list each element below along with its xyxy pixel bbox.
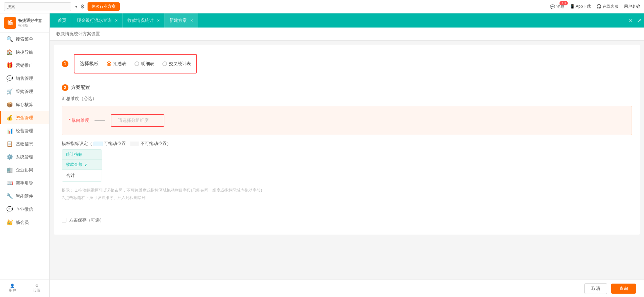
sidebar-bottom: 👤用户 ⚙设置 — [0, 279, 49, 297]
settings-icon: ⚙️ — [6, 154, 13, 160]
sidebar-item-label: 基础信息 — [16, 141, 33, 147]
service-btn[interactable]: 🎧 在线客服 — [596, 4, 619, 9]
search-icon: 🔍 — [6, 36, 13, 42]
section1-number: 1 — [62, 60, 68, 67]
crown-icon: 👑 — [6, 219, 13, 226]
sidebar-item-label: 库存核算 — [16, 102, 33, 108]
sidebar-item-label: 采购管理 — [16, 89, 33, 95]
stats-table: 统计指标 收款金额 ∨ 合计 — [62, 149, 102, 182]
sidebar-item-member[interactable]: 👑 畅会员 — [0, 216, 49, 229]
non-draggable-toggle — [130, 142, 139, 146]
tab-cashbank[interactable]: 现金银行流水查询 × — [72, 13, 123, 28]
top-bar: ▾ ⚙ 体验行业方案 💬 消息 99+ 📱 App下载 🎧 在线客服 用户名称 — [0, 0, 644, 13]
save-label: 方案保存（可选） — [69, 217, 104, 223]
chart-icon: 📊 — [6, 128, 13, 134]
content-area: 首页 现金银行流水查询 × 收款情况统计 × 新建方案 × ✕ ⤢ 收款情况统计… — [50, 13, 644, 297]
sidebar-item-label: 企业协同 — [16, 167, 33, 173]
save-checkbox[interactable] — [62, 218, 66, 222]
radio-detail[interactable]: 明细表 — [135, 61, 154, 67]
sidebar-item-label: 新手引导 — [16, 180, 33, 186]
section1-title: 选择模板 — [80, 61, 99, 67]
tab-new-plan[interactable]: 新建方案 × — [165, 13, 198, 28]
stats-header: 统计指标 — [62, 150, 102, 160]
tabs-bar: 首页 现金银行流水查询 × 收款情况统计 × 新建方案 × ✕ ⤢ — [50, 13, 644, 28]
summary-label: 汇总维度（必选） — [62, 96, 632, 102]
arrow: —— — [95, 117, 105, 123]
query-button[interactable]: 查询 — [611, 284, 636, 294]
sidebar-item-company[interactable]: 🏢 企业协同 — [0, 163, 49, 177]
sidebar-item-label: 营销推广 — [16, 62, 33, 68]
section1: 1 选择模板 汇总表 明细表 — [62, 51, 632, 76]
list-icon: 📋 — [6, 141, 13, 147]
logo-text: 畅捷通好生意 — [18, 18, 42, 23]
stats-sum-cell: 合计 — [62, 170, 102, 181]
user-btn[interactable]: 👤用户 — [7, 282, 17, 294]
logo-version: 标准版 — [18, 23, 42, 28]
page-content: 收款情况统计方案设置 1 选择模板 — [50, 28, 644, 297]
sidebar-item-quick-nav[interactable]: 🏠 快捷导航 — [0, 46, 49, 59]
sidebar-item-marketing[interactable]: 🎁 营销推广 — [0, 59, 49, 72]
dim-select[interactable]: 请选择分组维度 — [111, 114, 164, 127]
tips: 提示： 1.拖动标题栏可以调整布局，不可跨维度或指标区域拖动栏目字段(只能在同一… — [62, 187, 632, 201]
settings-btn[interactable]: ⚙设置 — [32, 282, 42, 294]
sidebar-item-wechat[interactable]: 💬 企业微信 — [0, 203, 49, 216]
sidebar-item-search[interactable]: 🔍 搜索菜单 — [0, 33, 49, 46]
tab-close-new-plan[interactable]: × — [190, 18, 193, 23]
trial-button[interactable]: 体验行业方案 — [88, 2, 120, 11]
money-icon: 💰 — [6, 114, 13, 121]
sidebar-logo: 畅 畅捷通好生意 标准版 — [0, 13, 49, 33]
close-window-icon[interactable]: ✕ — [629, 17, 633, 24]
username-label: 用户名称 — [624, 4, 640, 9]
radio-cross[interactable]: 交叉统计表 — [162, 61, 191, 67]
template-section: 选择模板 汇总表 明细表 — [74, 54, 197, 73]
section2: 2 方案配置 汇总维度（必选） * 纵向维度 —— 请选择分组维度 — [62, 84, 632, 201]
sidebar-item-label: 销售管理 — [16, 76, 33, 82]
divider — [62, 207, 632, 207]
tab-collection[interactable]: 收款情况统计 × — [123, 13, 165, 28]
sidebar-item-hardware[interactable]: 🔧 智能硬件 — [0, 190, 49, 203]
sidebar-item-inventory[interactable]: 📦 库存核算 — [0, 98, 49, 111]
stats-item-header[interactable]: 收款金额 ∨ — [62, 160, 102, 170]
tab-close-collection[interactable]: × — [157, 18, 160, 23]
sidebar-item-basic[interactable]: 📋 基础信息 — [0, 137, 49, 150]
sidebar-item-label: 智能硬件 — [16, 193, 33, 199]
sidebar-item-label: 资金管理 — [16, 115, 33, 121]
maximize-icon[interactable]: ⤢ — [637, 17, 641, 24]
tip-1: 提示： 1.拖动标题栏可以调整布局，不可跨维度或指标区域拖动栏目字段(只能在同一… — [62, 187, 632, 194]
sidebar-item-guide[interactable]: 📖 新手引导 — [0, 177, 49, 190]
tip-2: 2.点击标题栏下拉可设置排序、插入列和删除列 — [62, 194, 632, 202]
download-btn[interactable]: 📱 App下载 — [570, 4, 591, 9]
footer: 取消 查询 — [50, 280, 644, 297]
dropdown-icon[interactable]: ▾ — [75, 4, 77, 9]
tab-home[interactable]: 首页 — [52, 13, 72, 28]
radio-group-template: 汇总表 明细表 交叉统计表 — [107, 58, 191, 69]
sidebar-item-label: 畅会员 — [16, 219, 29, 226]
message-btn[interactable]: 💬 消息 99+ — [550, 4, 565, 9]
wechat-icon: 💬 — [6, 206, 13, 212]
breadcrumb: 收款情况统计方案设置 — [50, 28, 644, 41]
gift-icon: 🎁 — [6, 62, 13, 68]
stats-dropdown-icon[interactable]: ∨ — [84, 162, 87, 167]
search-input[interactable] — [4, 2, 71, 11]
chat-icon: 💬 — [6, 75, 13, 82]
sidebar-item-operation[interactable]: 📊 经营管理 — [0, 124, 49, 137]
sidebar-item-system[interactable]: ⚙️ 系统管理 — [0, 150, 49, 163]
sidebar-item-sales[interactable]: 💬 销售管理 — [0, 72, 49, 85]
sidebar-item-label: 企业微信 — [16, 206, 33, 212]
message-icon: 💬 — [550, 4, 555, 9]
cancel-button[interactable]: 取消 — [584, 283, 607, 294]
radio-summary[interactable]: 汇总表 — [107, 61, 126, 67]
save-option-area: 方案保存（可选） — [62, 212, 632, 228]
box-icon: 📦 — [6, 101, 13, 108]
logo-icon: 畅 — [4, 17, 16, 29]
dimension-area: * 纵向维度 —— 请选择分组维度 — [62, 106, 632, 135]
form-area: 1 选择模板 汇总表 明细表 — [54, 45, 640, 235]
sidebar-item-label: 快捷导航 — [16, 49, 33, 55]
cart-icon: 🛒 — [6, 88, 13, 95]
service-icon: 🎧 — [596, 4, 601, 9]
sidebar-item-funds[interactable]: 💰 资金管理 — [0, 111, 49, 124]
sidebar-item-label: 经营管理 — [16, 128, 33, 134]
sidebar-item-purchase[interactable]: 🛒 采购管理 — [0, 85, 49, 98]
tab-close-cashbank[interactable]: × — [115, 18, 118, 23]
gear-icon[interactable]: ⚙ — [80, 3, 85, 10]
